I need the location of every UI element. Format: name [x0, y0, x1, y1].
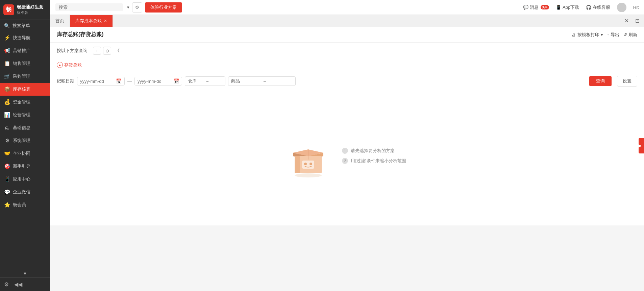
tab-inventory-cost[interactable]: 库存成本总账 ✕: [70, 15, 113, 27]
online-service-label: 在线客服: [593, 4, 610, 10]
sidebar-item-label-cooperation: 企业协同: [13, 150, 30, 156]
tip-num-1: 1: [342, 148, 348, 154]
sidebar-item-label-business: 经营管理: [13, 112, 30, 118]
calendar-end-icon[interactable]: 📅: [173, 78, 179, 84]
calendar-start-icon[interactable]: 📅: [116, 78, 122, 84]
topbar-search-input[interactable]: [59, 5, 106, 10]
tip-text-2: 用[过滤]条件来缩小分析范围: [351, 158, 406, 164]
messages-badge: 99+: [541, 5, 549, 9]
tabs-bar: 首页 库存成本总账 ✕ ✕ ⊡: [50, 15, 644, 27]
sidebar-item-system[interactable]: ⚙系统管理: [0, 134, 50, 147]
empty-state: 1 请先选择要分析的方案 2 用[过滤]条件来缩小分析范围: [50, 90, 644, 225]
topbar-right: 💬 消息 99+ 📱 App下载 🎧 在线客服 Rit: [523, 3, 639, 12]
sidebar-footer: ⚙ ◀◀: [0, 277, 50, 291]
sidebar-item-label-member: 畅会员: [13, 202, 26, 208]
filter-area: 按以下方案查询 + ⊙ 《: [50, 43, 644, 59]
sidebar-item-apps[interactable]: 📱应用中心: [0, 173, 50, 186]
app-download-label: App下载: [563, 4, 579, 10]
refresh-btn[interactable]: ↺ 刷新: [623, 32, 637, 38]
settings-btn[interactable]: 设置: [617, 76, 637, 87]
sidebar-item-quick-nav[interactable]: ⚡快捷导航: [0, 31, 50, 44]
window-resize-btn[interactable]: ⊡: [633, 17, 641, 25]
sidebar-item-wechat[interactable]: 💬企业微信: [0, 186, 50, 198]
date-end-input[interactable]: [138, 79, 171, 84]
sidebar-item-label-purchase: 采购管理: [13, 73, 30, 79]
collapse-footer-icon[interactable]: ◀◀: [14, 281, 22, 288]
date-start-input-wrapper[interactable]: 📅: [77, 77, 125, 86]
sidebar-item-sales[interactable]: 📋销售管理: [0, 57, 50, 70]
svg-rect-2: [295, 156, 300, 173]
app-logo-text: 畅捷通好生意 标准版: [17, 4, 43, 16]
topbar-dropdown-icon[interactable]: ▾: [127, 5, 129, 10]
sidebar-scroll-down[interactable]: ▼: [0, 270, 50, 277]
filter-add-btn[interactable]: +: [93, 47, 101, 55]
app-download-item[interactable]: 📱 App下载: [556, 4, 579, 10]
sidebar-item-marketing[interactable]: 📢营销推广: [0, 44, 50, 57]
apps-icon: 📱: [4, 176, 10, 182]
filter-settings-btn[interactable]: ⊙: [103, 47, 111, 55]
topbar-settings-btn[interactable]: ⚙: [132, 2, 142, 13]
purchase-icon: 🛒: [4, 73, 10, 79]
empty-box-illustration: [288, 138, 328, 178]
topbar: ▾ ⚙ 体验行业方案 💬 消息 99+ 📱 App下载 🎧 在线客服 Rit: [50, 0, 644, 15]
sales-icon: 📋: [4, 60, 10, 67]
messages-item[interactable]: 💬 消息 99+: [523, 4, 549, 10]
sidebar-item-label-quick-nav: 快捷导航: [13, 35, 30, 41]
date-filter-row: 记账日期 📅 — 📅 仓库 ··· 商品 ··· 查询 设置: [50, 72, 644, 90]
warehouse-filter[interactable]: 仓库 ···: [185, 76, 225, 86]
business-icon: 📊: [4, 112, 10, 118]
page-header-actions: 🖨 按模板打印 ▾ ↑ 导出 ↺ 刷新: [572, 32, 638, 38]
add-icon: +: [96, 48, 98, 53]
sidebar-item-basic[interactable]: 🗂基础信息: [0, 121, 50, 134]
date-end-input-wrapper[interactable]: 📅: [134, 77, 182, 86]
sidebar-item-label-newbie: 新手引导: [13, 163, 30, 169]
sidebar-item-member[interactable]: ⭐畅会员: [0, 198, 50, 211]
sidebar-item-purchase[interactable]: 🛒采购管理: [0, 70, 50, 83]
sidebar-item-label-basic: 基础信息: [13, 125, 30, 131]
main-wrapper: ▾ ⚙ 体验行业方案 💬 消息 99+ 📱 App下载 🎧 在线客服 Rit: [50, 0, 644, 291]
filter-settings-icon: ⊙: [105, 48, 109, 53]
export-label: 导出: [611, 32, 619, 38]
tip-item-2: 2 用[过滤]条件来缩小分析范围: [342, 158, 406, 164]
warehouse-more-icon[interactable]: ···: [206, 79, 222, 84]
sidebar-search-label: 搜索菜单: [13, 23, 30, 29]
scheme-tag[interactable]: ● 存货总账: [57, 62, 82, 68]
scheme-tag-icon: ●: [57, 62, 63, 68]
product-filter[interactable]: 商品 ···: [228, 76, 296, 86]
sidebar: 畅 畅捷通好生意 标准版 🔍 搜索菜单 ⚡快捷导航📢营销推广📋销售管理🛒采购管理…: [0, 0, 50, 291]
tab-close-icon[interactable]: ✕: [104, 19, 107, 23]
tab-home[interactable]: 首页: [50, 15, 70, 27]
sidebar-item-label-apps: 应用中心: [13, 176, 30, 182]
right-panel-toggle[interactable]: ▶: [639, 138, 644, 153]
print-dropdown-icon[interactable]: ▾: [601, 32, 603, 37]
sidebar-item-newbie[interactable]: 🎯新手引导: [0, 160, 50, 173]
basic-icon: 🗂: [4, 125, 10, 130]
query-btn[interactable]: 查询: [589, 76, 612, 86]
sidebar-item-finance[interactable]: 💰资金管理: [0, 96, 50, 108]
export-icon: ↑: [607, 32, 610, 37]
sidebar-item-cooperation[interactable]: 🤝企业协同: [0, 147, 50, 160]
online-service-item[interactable]: 🎧 在线客服: [586, 4, 610, 10]
industry-btn[interactable]: 体验行业方案: [145, 2, 182, 13]
quick-nav-icon: ⚡: [4, 35, 10, 41]
date-label: 记账日期: [57, 78, 74, 84]
scheme-tag-label: 存货总账: [64, 62, 82, 68]
product-more-icon[interactable]: ···: [263, 79, 293, 84]
tab-window-controls: ✕ ⊡: [622, 17, 644, 25]
print-icon: 🖨: [572, 32, 576, 37]
sidebar-item-label-wechat: 企业微信: [13, 189, 30, 195]
print-btn[interactable]: 🖨 按模板打印 ▾: [572, 32, 603, 38]
sidebar-item-label-finance: 资金管理: [13, 99, 30, 105]
marketing-icon: 📢: [4, 48, 10, 54]
sidebar-search-item[interactable]: 🔍 搜索菜单: [0, 20, 50, 31]
window-close-btn[interactable]: ✕: [622, 17, 630, 25]
date-start-input[interactable]: [80, 79, 114, 84]
svg-point-5: [304, 163, 307, 165]
filter-collapse-btn[interactable]: 《: [115, 48, 120, 54]
sidebar-nav: ⚡快捷导航📢营销推广📋销售管理🛒采购管理📦库存核算💰资金管理📊经营管理🗂基础信息…: [0, 31, 50, 270]
settings-footer-icon[interactable]: ⚙: [4, 281, 9, 288]
export-btn[interactable]: ↑ 导出: [607, 32, 620, 38]
sidebar-item-inventory[interactable]: 📦库存核算: [0, 83, 50, 96]
sidebar-item-business[interactable]: 📊经营管理: [0, 108, 50, 121]
topbar-search-area[interactable]: [55, 3, 123, 11]
